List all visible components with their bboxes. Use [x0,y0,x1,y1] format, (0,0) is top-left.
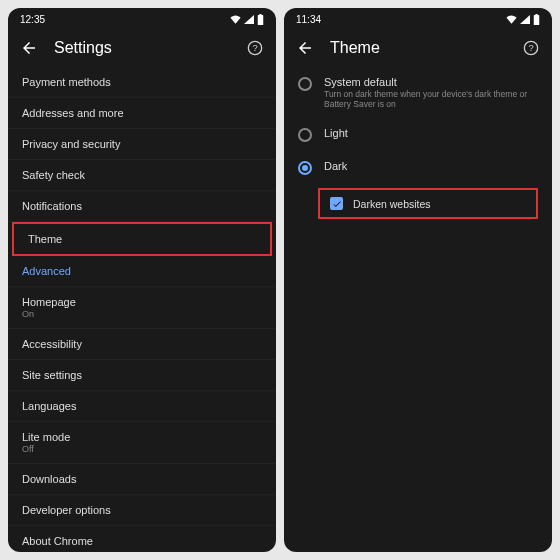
settings-item-payment-methods[interactable]: Payment methods [8,67,276,98]
darken-websites-checkbox[interactable]: Darken websites [318,188,538,219]
settings-item-site-settings[interactable]: Site settings [8,360,276,391]
svg-text:?: ? [528,43,533,53]
svg-rect-5 [535,14,537,15]
option-label: Dark [324,160,347,172]
radio-icon [298,161,312,175]
settings-item-addresses-and-more[interactable]: Addresses and more [8,98,276,129]
checkbox-label: Darken websites [353,198,431,210]
theme-option-light[interactable]: Light [284,118,552,151]
status-time: 12:35 [20,14,45,25]
settings-item-safety-check[interactable]: Safety check [8,160,276,191]
app-bar: Theme ? [284,29,552,67]
settings-item-accessibility[interactable]: Accessibility [8,329,276,360]
app-bar: Settings ? [8,29,276,67]
page-title: Theme [330,39,506,57]
item-label: Downloads [22,473,262,485]
battery-icon [257,14,264,25]
settings-item-about-chrome[interactable]: About Chrome [8,526,276,552]
item-label: Developer options [22,504,262,516]
settings-item-privacy-and-security[interactable]: Privacy and security [8,129,276,160]
item-label: Lite mode [22,431,262,443]
back-icon[interactable] [20,39,38,57]
item-label: Privacy and security [22,138,262,150]
item-label: Theme [28,233,256,245]
item-label: Accessibility [22,338,262,350]
item-label: Homepage [22,296,262,308]
item-label: Site settings [22,369,262,381]
item-label: Advanced [22,265,262,277]
settings-item-advanced[interactable]: Advanced [8,256,276,287]
theme-options: System defaultTurn on dark theme when yo… [284,67,552,552]
help-icon[interactable]: ? [246,39,264,57]
signal-icon [244,15,254,24]
back-icon[interactable] [296,39,314,57]
page-title: Settings [54,39,230,57]
item-label: About Chrome [22,535,262,547]
status-icons [506,14,540,25]
signal-icon [520,15,530,24]
wifi-icon [506,15,517,24]
item-label: Payment methods [22,76,262,88]
checkbox-icon [330,197,343,210]
radio-icon [298,77,312,91]
settings-item-lite-mode[interactable]: Lite modeOff [8,422,276,464]
status-bar: 11:34 [284,8,552,29]
status-bar: 12:35 [8,8,276,29]
settings-screen: 12:35 Settings ? Payment methodsAddresse… [8,8,276,552]
settings-item-downloads[interactable]: Downloads [8,464,276,495]
item-label: Languages [22,400,262,412]
battery-icon [533,14,540,25]
theme-option-system-default[interactable]: System defaultTurn on dark theme when yo… [284,67,552,118]
status-time: 11:34 [296,14,321,25]
option-label: Light [324,127,348,139]
svg-rect-0 [258,15,264,25]
settings-list: Payment methodsAddresses and morePrivacy… [8,67,276,552]
settings-item-notifications[interactable]: Notifications [8,191,276,222]
svg-text:?: ? [252,43,257,53]
item-subtitle: On [22,309,262,319]
option-subtitle: Turn on dark theme when your device's da… [324,89,538,109]
wifi-icon [230,15,241,24]
help-icon[interactable]: ? [522,39,540,57]
item-label: Addresses and more [22,107,262,119]
status-icons [230,14,264,25]
settings-item-developer-options[interactable]: Developer options [8,495,276,526]
settings-item-homepage[interactable]: HomepageOn [8,287,276,329]
svg-rect-1 [259,14,261,15]
item-subtitle: Off [22,444,262,454]
radio-icon [298,128,312,142]
option-label: System default [324,76,538,88]
settings-item-theme[interactable]: Theme [12,222,272,256]
svg-rect-4 [534,15,540,25]
item-label: Notifications [22,200,262,212]
settings-item-languages[interactable]: Languages [8,391,276,422]
theme-screen: 11:34 Theme ? System defaultTurn on dark… [284,8,552,552]
item-label: Safety check [22,169,262,181]
theme-option-dark[interactable]: Dark [284,151,552,184]
